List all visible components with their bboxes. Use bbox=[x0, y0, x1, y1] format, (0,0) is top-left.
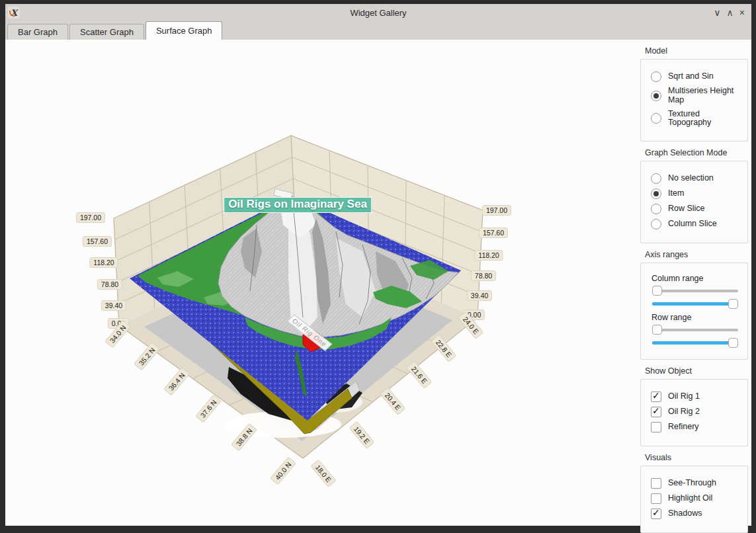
column-range-label: Column range bbox=[651, 274, 742, 283]
tab-scatter-graph[interactable]: Scatter Graph bbox=[69, 24, 144, 40]
radio-label: Multiseries Height Map bbox=[668, 87, 742, 105]
radio-column-slice[interactable]: Column Slice bbox=[651, 219, 742, 229]
row-range-label: Row range bbox=[651, 313, 742, 322]
elev-tick-right: 78.80 bbox=[471, 270, 496, 281]
checkbox-checked-icon bbox=[651, 391, 661, 402]
checkbox-shadows[interactable]: Shadows bbox=[651, 509, 742, 519]
close-icon[interactable]: × bbox=[739, 8, 745, 17]
radio-selected-icon bbox=[651, 188, 661, 199]
elev-tick-left: 118.20 bbox=[89, 257, 118, 268]
radio-label: Row Slice bbox=[668, 204, 705, 214]
radio-textured-topography[interactable]: Textured Topography bbox=[651, 110, 742, 128]
checkbox-icon bbox=[651, 478, 661, 489]
slider-groove[interactable] bbox=[652, 290, 738, 292]
model-section-label: Model bbox=[645, 46, 749, 56]
show-object-groupbox: Oil Rig 1 Oil Rig 2 Refinery bbox=[640, 379, 748, 446]
radio-icon bbox=[651, 173, 661, 184]
radio-no-selection[interactable]: No selection bbox=[651, 173, 742, 184]
checkbox-checked-icon bbox=[651, 509, 661, 519]
checkbox-oil-rig-1[interactable]: Oil Rig 1 bbox=[651, 391, 742, 402]
column-range-min-slider[interactable] bbox=[652, 285, 738, 296]
checkbox-highlight-oil[interactable]: Highlight Oil bbox=[651, 493, 742, 504]
elev-tick-right: 118.20 bbox=[474, 250, 503, 261]
elev-tick-right: 157.60 bbox=[479, 227, 508, 238]
radio-label: Item bbox=[668, 189, 684, 198]
radio-selected-icon bbox=[651, 91, 661, 101]
column-range-max-slider[interactable] bbox=[652, 298, 738, 309]
tab-bar-graph[interactable]: Bar Graph bbox=[7, 24, 68, 40]
model-groupbox: Sqrt and Sin Multiseries Height Map Text… bbox=[640, 59, 748, 142]
elev-tick-left: 39.40 bbox=[101, 300, 126, 311]
app-icon[interactable]: X bbox=[8, 7, 20, 19]
row-range-max-slider[interactable] bbox=[652, 337, 738, 348]
elev-tick-left: 197.00 bbox=[76, 212, 105, 223]
radio-label: Textured Topography bbox=[668, 110, 742, 128]
checkbox-label: See-Through bbox=[668, 479, 716, 488]
checkbox-see-through[interactable]: See-Through bbox=[651, 478, 742, 489]
slider-handle[interactable] bbox=[652, 325, 662, 335]
minimize-icon[interactable]: ∨ bbox=[714, 8, 720, 17]
show-object-section-label: Show Object bbox=[645, 366, 749, 376]
radio-row-slice[interactable]: Row Slice bbox=[651, 204, 742, 214]
checkbox-oil-rig-2[interactable]: Oil Rig 2 bbox=[651, 407, 742, 417]
radio-label: Column Slice bbox=[668, 220, 717, 229]
surface-3d-view[interactable]: Oil Rigs on Imaginary Sea Oil Rig One 19… bbox=[5, 40, 634, 524]
axis-ranges-section-label: Axis ranges bbox=[645, 250, 749, 259]
radio-item[interactable]: Item bbox=[651, 188, 742, 199]
slider-groove-filled[interactable] bbox=[652, 302, 738, 306]
elev-tick-right: 197.00 bbox=[482, 205, 511, 216]
slider-handle[interactable] bbox=[728, 299, 738, 309]
checkbox-label: Highlight Oil bbox=[668, 494, 712, 503]
maximize-icon[interactable]: ∧ bbox=[727, 8, 734, 17]
visuals-section-label: Visuals bbox=[645, 453, 749, 462]
checkbox-refinery[interactable]: Refinery bbox=[651, 422, 742, 432]
checkbox-label: Oil Rig 1 bbox=[668, 392, 700, 401]
axis-ranges-groupbox: Column range Row range bbox=[640, 263, 748, 360]
checkbox-icon bbox=[651, 422, 661, 432]
radio-icon bbox=[651, 219, 661, 229]
application-window: X Widget Gallery ∨ ∧ × Bar Graph Scatter… bbox=[0, 0, 756, 533]
radio-label: Sqrt and Sin bbox=[668, 72, 714, 81]
checkbox-label: Refinery bbox=[668, 423, 699, 432]
radio-icon bbox=[651, 71, 661, 82]
checkbox-label: Oil Rig 2 bbox=[668, 407, 700, 417]
radio-label: No selection bbox=[668, 174, 714, 183]
radio-multiseries-height-map[interactable]: Multiseries Height Map bbox=[651, 87, 742, 105]
tab-bar: Bar Graph Scatter Graph Surface Graph bbox=[5, 21, 751, 40]
checkbox-checked-icon bbox=[651, 407, 661, 417]
tab-surface-graph[interactable]: Surface Graph bbox=[146, 21, 223, 40]
radio-icon bbox=[651, 113, 661, 124]
elev-tick-left: 78.80 bbox=[97, 279, 122, 290]
elev-tick-left: 157.60 bbox=[83, 236, 112, 247]
elev-tick-right: 39.40 bbox=[467, 290, 492, 301]
control-panel: Model Sqrt and Sin Multiseries Height Ma… bbox=[640, 40, 749, 533]
radio-icon bbox=[651, 204, 661, 214]
visuals-groupbox: See-Through Highlight Oil Shadows bbox=[640, 466, 748, 533]
slider-groove[interactable] bbox=[652, 329, 738, 331]
slider-handle[interactable] bbox=[652, 286, 662, 296]
selection-mode-groupbox: No selection Item Row Slice Column Slice bbox=[640, 161, 748, 243]
checkbox-label: Shadows bbox=[668, 509, 702, 518]
slider-groove-filled[interactable] bbox=[652, 341, 738, 345]
checkbox-icon bbox=[651, 493, 661, 504]
title-bar: X Widget Gallery ∨ ∧ × bbox=[5, 4, 751, 21]
radio-sqrt-and-sin[interactable]: Sqrt and Sin bbox=[651, 71, 742, 82]
surface-graph-page: Oil Rigs on Imaginary Sea Oil Rig One 19… bbox=[5, 40, 751, 526]
slider-handle[interactable] bbox=[728, 338, 738, 348]
window-controls: ∨ ∧ × bbox=[714, 8, 751, 17]
selection-mode-section-label: Graph Selection Mode bbox=[645, 148, 749, 157]
graph-title: Oil Rigs on Imaginary Sea bbox=[224, 197, 372, 213]
window-title: Widget Gallery bbox=[5, 8, 751, 18]
row-range-min-slider[interactable] bbox=[652, 324, 738, 335]
